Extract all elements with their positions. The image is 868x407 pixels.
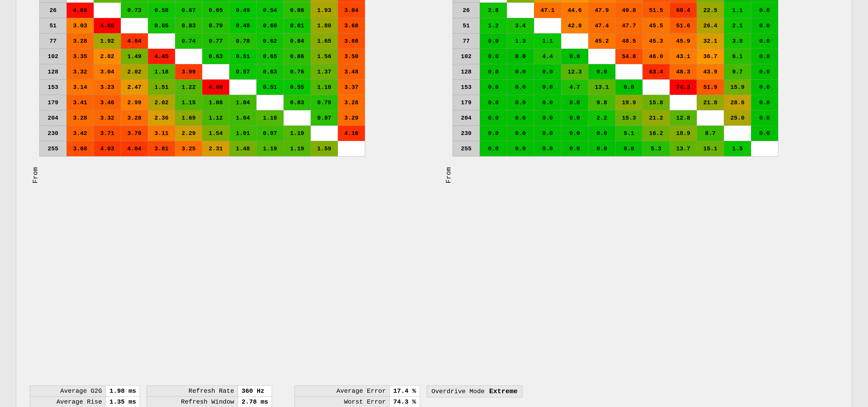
cell-1-6: 0.49 (229, 3, 256, 18)
cell-1-7: 0.54 (256, 3, 284, 18)
cell-0-2: 34.6 (534, 0, 561, 3)
cell-8-6: 21.2 (643, 111, 670, 126)
cell-2-9: 2.1 (724, 18, 751, 33)
cell-2-4: 0.83 (175, 18, 202, 33)
cell-4-8: 0.86 (284, 49, 311, 64)
cell-1-3: 44.6 (561, 3, 588, 18)
cell-9-3: 3.11 (148, 126, 175, 141)
stats-row: Average G2G1.98 msAverage Rise1.35 msAve… (30, 385, 838, 407)
row-header-1: 26 (453, 3, 480, 18)
cell-10-5: 2.31 (202, 141, 229, 156)
cell-2-3: 42.8 (561, 18, 588, 33)
table-row: 1790.00.00.00.09.819.915.821.828.60.0 (453, 95, 778, 111)
cell-4-7: 0.65 (256, 49, 284, 64)
cell-9-5: 5.1 (616, 126, 643, 141)
table-row: 1533.143.232.471.511.224.860.510.551.183… (39, 80, 365, 95)
cell-3-0: 3.28 (67, 33, 94, 49)
table-row: 2040.00.00.00.02.215.321.212.825.00.0 (453, 111, 778, 126)
cell-1-10: 3.84 (338, 3, 365, 18)
stats-label: Worst Error (295, 397, 390, 407)
cell-3-8: 0.84 (284, 33, 311, 49)
cell-6-0: 3.14 (67, 80, 94, 95)
cell-7-6: 15.8 (643, 95, 670, 111)
cell-9-1: 0.0 (507, 126, 534, 141)
cell-5-6: 0.57 (229, 64, 256, 80)
rt-stats-table-left: Average G2G1.98 msAverage Rise1.35 msAve… (30, 385, 140, 407)
cell-4-10: 3.50 (338, 49, 365, 64)
cell-4-9: 1.56 (311, 49, 338, 64)
cell-9-8: 8.7 (697, 126, 724, 141)
cell-8-4: 1.69 (175, 111, 202, 126)
cell-2-1: 3.4 (507, 18, 534, 33)
cell-2-8: 0.61 (284, 18, 311, 33)
cell-4-4 (588, 49, 616, 64)
cell-5-8: 0.76 (284, 64, 311, 80)
cell-1-9: 1.1 (724, 3, 751, 18)
cell-10-3: 0.0 (561, 141, 588, 156)
cell-7-9: 28.6 (724, 95, 751, 111)
overshoot-table: 0265177102128153179204230255018.234.637.… (453, 0, 778, 156)
os-stats-table: Average Error17.4 %Worst Error74.3 %Erro… (294, 385, 420, 407)
stats-label: Average Error (295, 386, 390, 397)
cell-2-2 (121, 18, 148, 33)
stats-label: Refresh Rate (147, 386, 238, 397)
cell-7-1: 0.0 (507, 95, 534, 111)
cell-7-6: 1.04 (229, 95, 256, 111)
cell-3-7: 0.62 (256, 33, 284, 49)
cell-9-7: 18.9 (670, 126, 697, 141)
row-header-10: 255 (453, 141, 480, 156)
cell-10-8: 1.19 (284, 141, 311, 156)
cell-5-0: 3.32 (67, 64, 94, 80)
response-times-panel: RESPONSE TIMES To From 02651771021281531… (30, 0, 425, 379)
cell-3-8: 32.1 (697, 33, 724, 49)
cell-7-2: 0.0 (534, 95, 561, 111)
cell-1-2: 0.73 (121, 3, 148, 18)
cell-8-5: 15.3 (616, 111, 643, 126)
cell-8-9: 25.0 (724, 111, 751, 126)
row-header-7: 179 (453, 95, 480, 111)
cell-6-6 (643, 80, 670, 95)
cell-0-4: 43.5 (588, 0, 616, 3)
cell-4-1: 2.82 (94, 49, 121, 64)
cell-0-9: 2.07 (311, 0, 338, 3)
cell-0-8: 0.93 (284, 0, 311, 3)
cell-10-10 (751, 141, 778, 156)
cell-8-2: 3.28 (121, 111, 148, 126)
cell-2-1: 4.85 (94, 18, 121, 33)
cell-10-1: 4.03 (94, 141, 121, 156)
cell-5-10: 0.0 (751, 64, 778, 80)
cell-1-5: 49.8 (616, 3, 643, 18)
overshoot-matrix-with-from: From 0265177102128153179204230255018.234… (443, 0, 778, 379)
cell-7-2: 2.99 (121, 95, 148, 111)
overshoot-from-label: From (443, 0, 453, 379)
cell-2-2 (534, 18, 561, 33)
stats-row: Worst Error74.3 % (295, 397, 420, 407)
cell-8-4: 2.2 (588, 111, 616, 126)
cell-2-3: 0.65 (148, 18, 175, 33)
cell-3-9: 1.65 (311, 33, 338, 49)
cell-0-2: 0.78 (121, 0, 148, 3)
cell-0-1: 18.2 (507, 0, 534, 3)
cell-0-8: 18.8 (697, 0, 724, 3)
cell-4-2: 1.49 (121, 49, 148, 64)
overdrive-box: Overdrive Mode Extreme (427, 385, 522, 397)
cell-8-10: 0.0 (751, 111, 778, 126)
cell-9-1: 3.71 (94, 126, 121, 141)
stats-value: 360 Hz (238, 386, 272, 397)
cell-4-7: 43.1 (670, 49, 697, 64)
cell-6-9: 1.18 (311, 80, 338, 95)
cell-10-3: 3.81 (148, 141, 175, 156)
cell-10-8: 15.1 (697, 141, 724, 156)
cell-2-8: 26.4 (697, 18, 724, 33)
table-row: 01.300.780.760.720.590.610.590.932.073.8… (39, 0, 365, 3)
cell-2-7: 0.60 (256, 18, 284, 33)
cell-6-10: 3.37 (338, 80, 365, 95)
overdrive-value: Extreme (489, 387, 518, 395)
row-header-0: 0 (39, 0, 67, 3)
cell-9-6: 1.01 (229, 126, 256, 141)
cell-6-4: 13.1 (588, 80, 616, 95)
table-row: 262.847.144.647.949.851.560.422.51.10.0 (453, 3, 778, 18)
cell-10-2: 0.0 (534, 141, 561, 156)
cell-3-4: 0.74 (175, 33, 202, 49)
table-row: 770.01.31.145.248.545.345.932.13.80.0 (453, 33, 778, 49)
